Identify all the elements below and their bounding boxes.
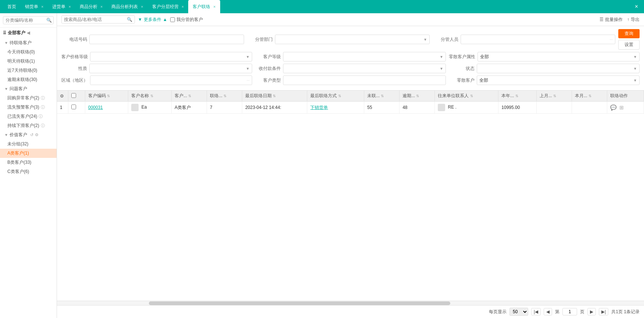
close-customer-tier-icon[interactable]: × (182, 4, 184, 9)
td-checkbox[interactable] (68, 102, 85, 114)
select-all-checkbox[interactable] (71, 93, 76, 98)
filter-price-select[interactable]: ▼ (90, 52, 252, 61)
query-button[interactable]: 查询 (618, 29, 640, 38)
sidebar-item-c-class[interactable]: C类客户(6) (0, 167, 57, 176)
nav-customer-tier[interactable]: 客户分层经营 × (148, 0, 188, 13)
close-purchase-icon[interactable]: × (68, 4, 71, 9)
th-checkbox[interactable] (68, 91, 85, 102)
nav-product-analysis[interactable]: 商品分析 × (75, 0, 107, 13)
filter-payment-select[interactable]: ▼ (283, 64, 446, 73)
sidebar-group-pending[interactable]: ▼ 待联络客户 (0, 38, 57, 47)
row-checkbox[interactable] (71, 105, 76, 109)
filter-nature-select[interactable]: ▼ (89, 64, 252, 73)
filter-price-level: 客户价格等级 ▼ (61, 52, 252, 61)
sort-level-icon[interactable]: ⇅ (188, 94, 191, 98)
filter-dept-select[interactable]: ▼ (275, 35, 430, 44)
filter-status-select[interactable]: ▼ (477, 64, 640, 73)
sort-code-icon[interactable]: ⇅ (107, 94, 110, 98)
settings-value-icon[interactable]: ⚙ (35, 132, 39, 137)
sidebar-item-tomorrow[interactable]: 明天待联络(1) (0, 57, 57, 66)
sidebar-item-today[interactable]: 今天待联络(0) (0, 47, 57, 57)
qr-icon[interactable]: ⊞ (619, 105, 624, 110)
th-name[interactable]: 客户名称 ⇅ (128, 91, 172, 102)
sidebar-item-lost[interactable]: 已流失客户(24) ⓘ (0, 112, 57, 121)
sidebar-item-a-class[interactable]: A类客户(1) (0, 149, 57, 158)
td-this-month (572, 102, 607, 114)
customer-code-link[interactable]: 000031 (88, 105, 103, 110)
chat-icon[interactable]: 💬 (610, 105, 616, 110)
last-page-button[interactable]: ▶| (599, 308, 608, 315)
filter-retail-select[interactable]: 全部▼ (477, 75, 640, 85)
filter-customer-level-select[interactable]: ▼ (283, 52, 446, 61)
sort-overdue-icon[interactable]: ⇅ (416, 94, 419, 98)
th-this-month[interactable]: 本月... ⇅ (572, 91, 607, 102)
sidebar-item-b-class[interactable]: B类客户(33) (0, 158, 57, 167)
th-last-date[interactable]: 最后联络日期 ⇅ (242, 91, 307, 102)
th-code[interactable]: 客户编码 ⇅ (85, 91, 128, 102)
sort-lastmonth-icon[interactable]: ⇅ (553, 94, 556, 98)
more-filter-button[interactable]: ▼ 更多条件 ▲ (138, 17, 167, 23)
scrollbar-thumb[interactable] (149, 301, 450, 305)
close-all-button[interactable]: × (632, 3, 641, 10)
th-contact-count[interactable]: 联络... ⇅ (207, 91, 242, 102)
th-no-contact[interactable]: 未联... ⇅ (364, 91, 400, 102)
filter-region-select[interactable]: ··· (90, 75, 252, 85)
filter-manager-select[interactable]: ··· (461, 35, 615, 44)
first-page-button[interactable]: |◀ (531, 308, 541, 315)
nav-customer-contact[interactable]: 客户联络 × (188, 0, 220, 13)
td-last-method[interactable]: 下销货单 (307, 102, 364, 114)
th-level[interactable]: 客户... ⇅ (171, 91, 207, 102)
td-code[interactable]: 000031 (85, 102, 128, 114)
nav-product-list[interactable]: 商品分析列表 × (107, 0, 147, 13)
refresh-icon[interactable]: ↺ (30, 132, 33, 137)
prev-page-button[interactable]: ◀ (544, 308, 552, 315)
th-overdue[interactable]: 逾期... ⇅ (400, 91, 435, 102)
close-customer-contact-icon[interactable]: × (213, 4, 215, 9)
settings-button[interactable]: 设置 (618, 40, 640, 50)
nav-purchase[interactable]: 进货单 × (48, 0, 75, 13)
all-customers-header[interactable]: ⠿ 全部客户 ◀ (0, 28, 57, 38)
sort-nocontact-icon[interactable]: ⇅ (381, 94, 384, 98)
sort-thismonth-icon[interactable]: ⇅ (588, 94, 591, 98)
th-last-method[interactable]: 最后联络方式 ⇅ (307, 91, 364, 102)
sort-count-icon[interactable]: ⇅ (223, 94, 226, 98)
close-product-analysis-icon[interactable]: × (100, 4, 103, 9)
filter-phone-input[interactable] (89, 35, 244, 44)
horizontal-scrollbar[interactable] (57, 301, 644, 305)
sidebar-item-declining[interactable]: 持续下滑客户(2) ⓘ (0, 121, 57, 130)
th-last-month[interactable]: 上月... ⇅ (536, 91, 572, 102)
my-customers-checkbox[interactable] (170, 17, 175, 22)
next-page-button[interactable]: ▶ (587, 308, 596, 315)
nav-sales[interactable]: 销货单 × (21, 0, 48, 13)
filter-customer-type-input[interactable] (283, 75, 446, 85)
th-settings[interactable]: ⚙ (57, 91, 68, 102)
sort-name-icon[interactable]: ⇅ (150, 94, 153, 98)
my-customers-checkbox-label[interactable]: 我分管的客户 (170, 17, 203, 23)
th-related-contact[interactable]: 往来单位联系人 ⇅ (435, 91, 498, 102)
sort-method-icon[interactable]: ⇅ (338, 94, 341, 98)
close-sales-icon[interactable]: × (41, 4, 43, 9)
sidebar-group-problem[interactable]: ▼ 问题客户 (0, 84, 57, 93)
sidebar-group-value[interactable]: ▼ 价值客户 ↺ ⚙ (0, 130, 57, 139)
page-number-input[interactable] (562, 308, 577, 315)
sidebar-item-abnormal[interactable]: 回购异常客户(2) ⓘ (0, 93, 57, 103)
close-product-list-icon[interactable]: × (141, 4, 143, 9)
collapse-sidebar-icon[interactable]: ◀ (27, 31, 30, 35)
sidebar-item-overdue[interactable]: 逾期未联络(30) (0, 75, 57, 84)
page-size-select[interactable]: 50 100 200 (509, 308, 528, 316)
batch-op-button[interactable]: ☰ 批量操作 (600, 17, 623, 23)
filter-retail-attr-select[interactable]: 全部▼ (477, 52, 640, 61)
sidebar-item-ungrouped[interactable]: 未分组(32) (0, 139, 57, 149)
sort-year-icon[interactable]: ⇅ (515, 94, 518, 98)
sort-date-icon[interactable]: ⇅ (273, 94, 276, 98)
export-button[interactable]: ↑ 导出 (627, 17, 640, 23)
sidebar-item-warning[interactable]: 流失预警客户(3) ⓘ (0, 103, 57, 112)
th-this-year[interactable]: 本年... ⇅ (498, 91, 536, 102)
sidebar-item-7days[interactable]: 近7天待联络(0) (0, 66, 57, 75)
last-method-link[interactable]: 下销货单 (310, 105, 328, 110)
nav-home[interactable]: 首页 (3, 0, 21, 13)
sort-related-icon[interactable]: ⇅ (470, 94, 473, 98)
filter-status: 状态 ▼ (449, 64, 640, 73)
toolbar-search-input[interactable] (64, 17, 125, 22)
filter-region-label: 区域（地区） (61, 77, 88, 84)
